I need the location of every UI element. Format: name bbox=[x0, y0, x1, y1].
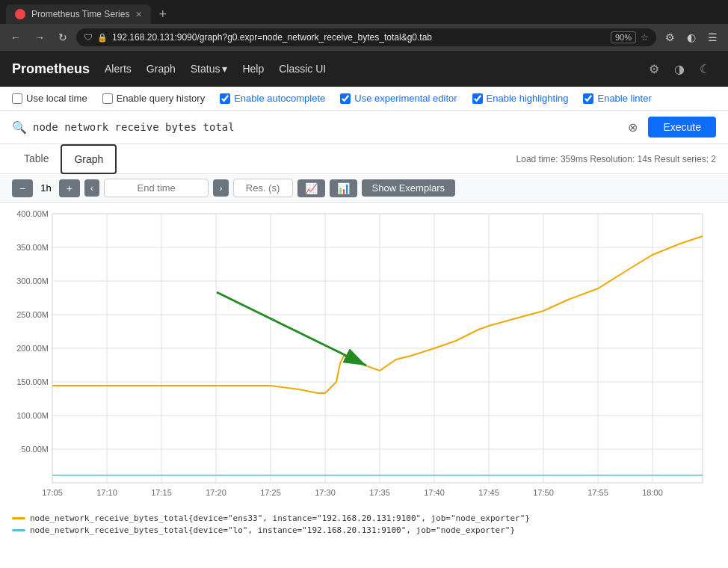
nav-help[interactable]: Help bbox=[242, 60, 264, 78]
clear-button[interactable]: ⊗ bbox=[623, 119, 642, 136]
use-local-time-label[interactable]: Use local time bbox=[12, 93, 87, 104]
tab-title: Prometheus Time Series bbox=[31, 9, 129, 19]
chart-legend: node_network_receive_bytes_total{device=… bbox=[0, 509, 728, 542]
line-chart-icon: 📈 bbox=[305, 182, 318, 194]
nav-classic-ui[interactable]: Classic UI bbox=[279, 60, 326, 78]
line-chart-button[interactable]: 📈 bbox=[297, 179, 325, 197]
legend-item-1: node_network_receive_bytes_total{device=… bbox=[12, 513, 716, 523]
svg-text:17:15: 17:15 bbox=[151, 488, 172, 497]
time-series-chart: 400.00M 350.00M 300.00M 250.00M 200.00M … bbox=[7, 210, 710, 501]
tab-graph[interactable]: Graph bbox=[61, 144, 117, 174]
enable-autocomplete-checkbox[interactable] bbox=[220, 93, 230, 104]
svg-text:300.00M: 300.00M bbox=[16, 277, 49, 285]
svg-text:50.00M: 50.00M bbox=[21, 445, 49, 454]
menu-button[interactable]: ☰ bbox=[703, 28, 722, 46]
browser-nav-bar: ← → ↻ 🛡 🔒 90% ☆ ⚙ ◐ ☰ bbox=[0, 24, 728, 51]
tab-favicon bbox=[15, 9, 25, 19]
svg-text:17:40: 17:40 bbox=[424, 488, 445, 497]
tab-close-button[interactable]: ✕ bbox=[135, 10, 142, 19]
svg-text:150.00M: 150.00M bbox=[16, 377, 49, 386]
enable-linter-label[interactable]: Enable linter bbox=[583, 93, 651, 104]
lock-icon: 🔒 bbox=[97, 33, 108, 43]
app-container: Prometheus Alerts Graph Status ▾ Help Cl… bbox=[0, 51, 728, 87]
back-button[interactable]: ← bbox=[6, 28, 25, 46]
security-icon: 🛡 bbox=[84, 32, 93, 43]
extensions-button[interactable]: ⚙ bbox=[661, 28, 679, 46]
svg-text:17:55: 17:55 bbox=[587, 488, 608, 497]
svg-text:18:00: 18:00 bbox=[642, 488, 663, 497]
show-exemplars-button[interactable]: Show Exemplars bbox=[362, 179, 456, 197]
svg-text:17:35: 17:35 bbox=[369, 488, 390, 497]
enable-query-history-checkbox[interactable] bbox=[102, 93, 113, 104]
plus-button[interactable]: + bbox=[59, 179, 80, 197]
search-icon: 🔍 bbox=[12, 120, 27, 135]
svg-text:17:45: 17:45 bbox=[478, 488, 499, 497]
svg-text:17:30: 17:30 bbox=[315, 488, 336, 497]
tab-table[interactable]: Table bbox=[12, 144, 61, 173]
minus-button[interactable]: − bbox=[12, 179, 33, 197]
duration-label: 1h bbox=[37, 182, 54, 194]
legend-label-2: node_network_receive_bytes_total{device=… bbox=[30, 525, 515, 535]
enable-autocomplete-label[interactable]: Enable autocomplete bbox=[220, 93, 325, 104]
svg-text:17:50: 17:50 bbox=[533, 488, 554, 497]
next-time-button[interactable]: › bbox=[213, 179, 228, 197]
profile-button[interactable]: ◐ bbox=[682, 28, 700, 46]
execute-button[interactable]: Execute bbox=[648, 117, 716, 138]
legend-item-2: node_network_receive_bytes_total{device=… bbox=[12, 525, 716, 535]
svg-text:17:25: 17:25 bbox=[260, 488, 281, 497]
nav-graph[interactable]: Graph bbox=[146, 60, 176, 78]
nav-alerts[interactable]: Alerts bbox=[105, 60, 132, 78]
forward-button[interactable]: → bbox=[30, 28, 49, 46]
theme-icon-button[interactable]: ◑ bbox=[668, 58, 691, 81]
address-bar-right: 90% ☆ bbox=[611, 31, 649, 43]
use-experimental-editor-label[interactable]: Use experimental editor bbox=[340, 93, 457, 104]
svg-text:350.00M: 350.00M bbox=[16, 243, 49, 252]
enable-highlighting-label[interactable]: Enable highlighting bbox=[472, 93, 569, 104]
bar-chart-icon: 📊 bbox=[337, 182, 350, 194]
tabs-row: Table Graph Load time: 359ms Resolution:… bbox=[0, 144, 728, 174]
browser-tab[interactable]: Prometheus Time Series ✕ bbox=[6, 4, 151, 24]
end-time-input[interactable] bbox=[104, 179, 209, 197]
chart-container: 400.00M 350.00M 300.00M 250.00M 200.00M … bbox=[0, 203, 728, 509]
search-row: 🔍 ⊗ Execute bbox=[0, 111, 728, 144]
enable-query-history-label[interactable]: Enable query history bbox=[102, 93, 206, 104]
options-row: Use local time Enable query history Enab… bbox=[0, 87, 728, 111]
prev-time-button[interactable]: ‹ bbox=[84, 179, 99, 197]
browser-right-icons: ⚙ ◐ ☰ bbox=[661, 28, 722, 46]
bar-chart-button[interactable]: 📊 bbox=[330, 179, 357, 197]
svg-text:100.00M: 100.00M bbox=[16, 411, 49, 420]
svg-text:250.00M: 250.00M bbox=[16, 310, 49, 319]
legend-label-1: node_network_receive_bytes_total{device=… bbox=[30, 513, 530, 523]
bookmark-icon[interactable]: ☆ bbox=[641, 32, 649, 43]
dark-mode-button[interactable]: ☾ bbox=[694, 58, 716, 81]
controls-row: − 1h + ‹ › 📈 📊 Show Exemplars bbox=[0, 174, 728, 203]
refresh-button[interactable]: ↻ bbox=[54, 28, 72, 46]
nav-right-icons: ⚙ ◑ ☾ bbox=[643, 58, 716, 81]
zoom-level[interactable]: 90% bbox=[611, 31, 636, 43]
query-input[interactable] bbox=[33, 121, 617, 133]
svg-text:17:20: 17:20 bbox=[206, 488, 226, 497]
address-input[interactable] bbox=[112, 32, 606, 43]
new-tab-button[interactable]: + bbox=[154, 7, 171, 22]
use-local-time-checkbox[interactable] bbox=[12, 93, 22, 104]
use-experimental-editor-checkbox[interactable] bbox=[340, 93, 351, 104]
svg-text:17:05: 17:05 bbox=[42, 488, 63, 497]
tab-buttons: Table Graph bbox=[12, 144, 117, 173]
settings-icon-button[interactable]: ⚙ bbox=[643, 58, 665, 81]
app-brand: Prometheus bbox=[12, 61, 90, 77]
legend-color-1 bbox=[12, 517, 25, 519]
address-bar-container: 🛡 🔒 90% ☆ bbox=[76, 28, 656, 46]
resolution-input[interactable] bbox=[233, 179, 293, 197]
svg-text:200.00M: 200.00M bbox=[16, 344, 49, 353]
nav-status[interactable]: Status ▾ bbox=[191, 60, 228, 78]
main-content: Use local time Enable query history Enab… bbox=[0, 87, 728, 542]
legend-color-2 bbox=[12, 529, 25, 531]
svg-text:17:10: 17:10 bbox=[96, 488, 117, 497]
enable-linter-checkbox[interactable] bbox=[583, 93, 593, 104]
tab-meta: Load time: 359ms Resolution: 14s Result … bbox=[516, 148, 716, 170]
top-nav: Prometheus Alerts Graph Status ▾ Help Cl… bbox=[0, 51, 728, 87]
enable-highlighting-checkbox[interactable] bbox=[472, 93, 483, 104]
svg-text:400.00M: 400.00M bbox=[16, 210, 49, 218]
